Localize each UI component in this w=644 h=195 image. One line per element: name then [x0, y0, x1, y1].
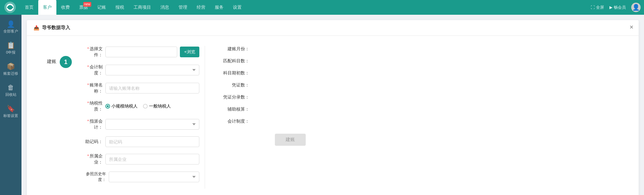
file-row: 选择文件： +浏览 — [79, 46, 199, 58]
panel-body: 建账 1 选择文件： +浏览 — [27, 36, 639, 195]
memo-input[interactable] — [105, 136, 199, 147]
sidebar-item-migration[interactable]: 📦 账套迁移 — [0, 60, 21, 79]
sidebar-item-declaration[interactable]: 📋 0申报 — [0, 39, 21, 58]
ledger-name-row: 账簿名称： — [79, 82, 199, 94]
avatar-icon: 👤 — [632, 4, 640, 11]
tax-type-row: 纳税性质： 小规模纳税人 一般纳税人 — [79, 100, 199, 112]
new-badge: new — [83, 2, 91, 7]
accounting-system-label: 会计制度： — [79, 64, 105, 76]
top-navigation: 首页 客户 收费 票据 new 记账 报税 工商项目 消息 管理 经营 服务 设… — [0, 0, 644, 15]
nav-tax[interactable]: 报税 — [111, 0, 129, 15]
step-label: 建账 — [47, 59, 56, 65]
nav-invoice[interactable]: 票据 new — [75, 0, 93, 15]
match-subject-row: 匹配科目数： — [218, 58, 306, 64]
aux-accounting-row: 辅助核算： — [218, 106, 306, 112]
tags-icon: 🔖 — [7, 105, 15, 112]
sidebar-item-all-customers[interactable]: 👤 全部客户 — [0, 17, 21, 37]
nav-customer[interactable]: 客户 — [38, 0, 56, 15]
nav-message[interactable]: 消息 — [156, 0, 174, 15]
company-label: 所属企业： — [79, 153, 105, 165]
radio-general[interactable]: 一般纳税人 — [143, 103, 171, 109]
nav-fee[interactable]: 收费 — [56, 0, 75, 15]
form-left: 选择文件： +浏览 会计制度： — [79, 46, 199, 189]
avatar[interactable]: 👤 — [631, 3, 641, 12]
nav-service[interactable]: 服务 — [210, 0, 228, 15]
nav-menu: 首页 客户 收费 票据 new 记账 报税 工商项目 消息 管理 经营 服务 设… — [20, 0, 591, 15]
file-label: 选择文件： — [79, 46, 105, 58]
accounting-system-select[interactable] — [105, 65, 199, 75]
accounting-system-row: 会计制度： — [79, 64, 199, 76]
radio-small-scale[interactable]: 小规模纳税人 — [105, 103, 138, 109]
step-section: 建账 1 选择文件： +浏览 — [47, 46, 191, 189]
fullscreen-icon: ⛶ — [591, 5, 595, 10]
declaration-icon: 📋 — [7, 42, 15, 49]
logo[interactable] — [3, 1, 17, 14]
nav-operation[interactable]: 经营 — [192, 0, 210, 15]
panel-close-button[interactable]: × — [630, 24, 633, 30]
file-input-wrap: +浏览 — [105, 47, 199, 57]
build-month-row: 建账月份： — [218, 46, 306, 52]
voucher-label: 凭证数： — [218, 82, 252, 88]
content-area: 📥 导爷数据导入 × 建账 1 选择文件： — [21, 15, 644, 195]
voucher-entries-label: 凭证分录数： — [218, 94, 252, 100]
migration-icon: 📦 — [7, 63, 15, 70]
radio-dot-small-scale — [105, 104, 110, 109]
company-input[interactable] — [105, 154, 199, 165]
panel-title: 导爷数据导入 — [42, 25, 70, 31]
vip-btn[interactable]: ▶ 畅会员 — [609, 5, 626, 10]
nav-bookkeeping[interactable]: 记账 — [93, 0, 111, 15]
form-divider — [205, 46, 205, 189]
ledger-name-label: 账簿名称： — [79, 82, 105, 94]
build-account-button[interactable]: 建账 — [275, 134, 306, 146]
build-btn-area: 建账 — [218, 134, 306, 146]
accountant-label: 指派会计： — [79, 118, 105, 130]
nav-right-controls: ⛶ 全屏 ▶ 畅会员 👤 — [591, 3, 641, 12]
history-year-label: 参照历史年度： — [79, 171, 109, 183]
browse-button[interactable]: +浏览 — [180, 47, 199, 57]
accountant-row: 指派会计： — [79, 118, 199, 130]
memo-row: 助记码： — [79, 136, 199, 147]
build-month-label: 建账月份： — [218, 46, 252, 52]
sidebar-item-recycle[interactable]: 🗑 回收站 — [0, 81, 21, 101]
file-input[interactable] — [105, 47, 177, 57]
ledger-name-input[interactable] — [105, 83, 199, 93]
memo-label: 助记码： — [79, 139, 105, 145]
nav-management[interactable]: 管理 — [174, 0, 192, 15]
company-row: 所属企业： — [79, 153, 199, 165]
accounting-system-info-label: 会计制度： — [218, 118, 252, 124]
nav-settings[interactable]: 设置 — [228, 0, 246, 15]
radio-dot-general — [143, 104, 148, 109]
subject-init-row: 科目期初数： — [218, 70, 306, 76]
import-panel: 📥 导爷数据导入 × 建账 1 选择文件： — [27, 20, 639, 195]
panel-header: 📥 导爷数据导入 × — [27, 20, 639, 36]
nav-home[interactable]: 首页 — [20, 0, 38, 15]
form-right: 建账月份： 匹配科目数： 科目期初数： 凭证数： — [218, 46, 306, 189]
main-layout: 👤 全部客户 📋 0申报 📦 账套迁移 🗑 回收站 🔖 标签设置 📥 导爷数据导… — [0, 15, 644, 195]
fullscreen-btn[interactable]: ⛶ 全屏 — [591, 5, 604, 10]
import-icon: 📥 — [34, 25, 39, 30]
step-badge: 1 — [60, 56, 72, 68]
match-subject-label: 匹配科目数： — [218, 58, 252, 64]
recycle-icon: 🗑 — [7, 84, 14, 91]
nav-business[interactable]: 工商项目 — [129, 0, 156, 15]
history-year-row: 参照历史年度： — [79, 171, 199, 183]
accountant-select[interactable] — [105, 119, 199, 130]
accounting-system-info-row: 会计制度： — [218, 118, 306, 124]
history-year-select[interactable] — [109, 172, 199, 182]
sidebar-item-tags[interactable]: 🔖 标签设置 — [0, 102, 21, 122]
vip-icon: ▶ — [609, 5, 612, 10]
voucher-row: 凭证数： — [218, 82, 306, 88]
aux-accounting-label: 辅助核算： — [218, 106, 252, 112]
sidebar: 👤 全部客户 📋 0申报 📦 账套迁移 🗑 回收站 🔖 标签设置 — [0, 15, 21, 195]
voucher-entries-row: 凭证分录数： — [218, 94, 306, 100]
all-customers-icon: 👤 — [7, 21, 15, 27]
tax-radio-group: 小规模纳税人 一般纳税人 — [105, 103, 199, 109]
tax-type-label: 纳税性质： — [79, 100, 105, 112]
subject-init-label: 科目期初数： — [218, 70, 252, 76]
